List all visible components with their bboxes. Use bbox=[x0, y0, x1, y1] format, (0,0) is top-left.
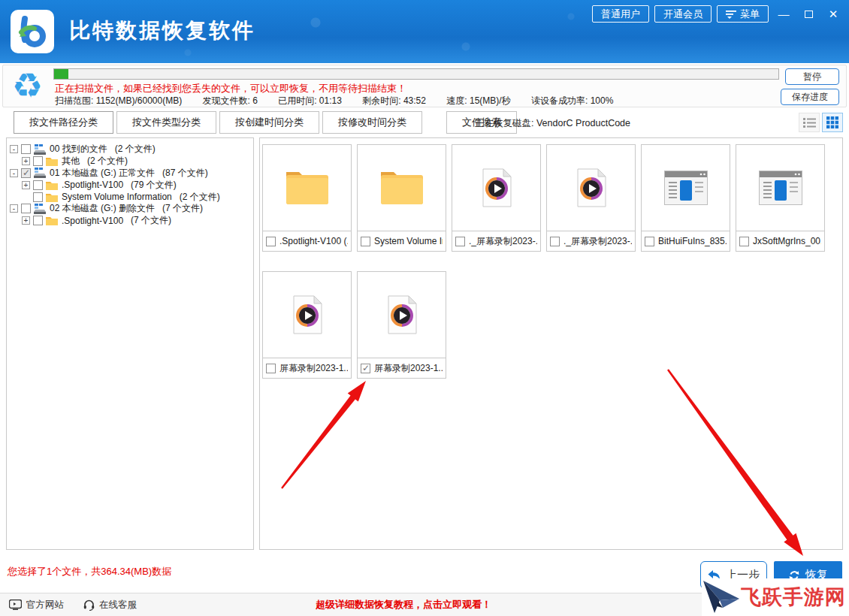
file-name: JxSoftMgrIns_00... bbox=[753, 236, 821, 246]
pause-button[interactable]: 暂停 bbox=[785, 68, 839, 85]
tree-count: (79 个文件) bbox=[131, 179, 177, 192]
tree-checkbox[interactable] bbox=[33, 192, 43, 202]
file-name: ._屏幕录制2023-... bbox=[469, 235, 537, 248]
tree-row-found-files[interactable]: - 00 找到的文件 (2 个文件) bbox=[10, 143, 250, 156]
tree-label: 02 本地磁盘 (G:) 删除文件 bbox=[50, 202, 155, 215]
classification-tabs: 按文件路径分类 按文件类型分类 按创建时间分类 按修改时间分类 文件搜索 bbox=[14, 111, 517, 134]
logo-b-icon bbox=[15, 14, 50, 49]
file-card[interactable]: ._屏幕录制2023-... bbox=[546, 144, 636, 252]
grid-view-button[interactable] bbox=[822, 113, 843, 132]
user-type-label: 普通用户 bbox=[601, 8, 640, 21]
menu-button[interactable]: 菜单 bbox=[717, 5, 769, 23]
stat-scan-range: 扫描范围: 1152(MB)/60000(MB) bbox=[55, 95, 182, 106]
expand-toggle[interactable]: + bbox=[22, 216, 30, 225]
tree-label: System Volume Information bbox=[62, 192, 172, 202]
tree-row-other[interactable]: + 其他 (2 个文件) bbox=[10, 156, 250, 168]
tree-checkbox[interactable] bbox=[33, 156, 43, 166]
folder-icon bbox=[358, 145, 446, 231]
app-window: 比特数据恢复软件 普通用户 开通会员 菜单 — ✕ ♻ bbox=[0, 0, 849, 616]
stat-remaining-time: 剩余时间: 43:52 bbox=[362, 95, 426, 106]
open-vip-button[interactable]: 开通会员 bbox=[654, 5, 712, 23]
tree-row-system-volume[interactable]: System Volume Information (2 个文件) bbox=[10, 191, 250, 203]
file-card[interactable]: System Volume In... bbox=[357, 144, 446, 252]
tree-label: 其他 bbox=[62, 155, 80, 168]
collapse-toggle[interactable]: - bbox=[10, 204, 18, 213]
official-site-label: 官方网站 bbox=[26, 599, 64, 611]
tree-count: (2 个文件) bbox=[115, 143, 156, 156]
stat-read-success-rate: 读设备成功率: 100% bbox=[531, 95, 613, 106]
official-site-link[interactable]: 官方网站 bbox=[9, 599, 64, 611]
file-checkbox[interactable] bbox=[739, 237, 749, 246]
tree-count: (7 个文件) bbox=[162, 202, 203, 215]
tab-by-file-path[interactable]: 按文件路径分类 bbox=[14, 111, 113, 134]
maximize-button[interactable] bbox=[799, 8, 818, 20]
close-button[interactable]: ✕ bbox=[823, 8, 843, 21]
file-checkbox[interactable] bbox=[266, 237, 276, 246]
stat-files-found: 发现文件数: 6 bbox=[203, 95, 258, 106]
scan-alert-text: 正在扫描文件，如果已经找到您丢失的文件，可以立即恢复，不用等待扫描结束！ bbox=[55, 82, 406, 95]
tree-row-disk-normal[interactable]: - 01 本地磁盘 (G:) 正常文件 (87 个文件) bbox=[10, 168, 250, 180]
program-file-icon bbox=[642, 145, 730, 231]
file-card[interactable]: JxSoftMgrIns_00... bbox=[736, 144, 825, 252]
save-progress-button[interactable]: 保存进度 bbox=[781, 89, 839, 105]
tree-checkbox[interactable] bbox=[21, 204, 31, 213]
file-checkbox[interactable] bbox=[266, 364, 276, 373]
folder-icon bbox=[46, 192, 58, 202]
tree-checkbox[interactable] bbox=[33, 216, 43, 225]
tree-count: (2 个文件) bbox=[87, 155, 128, 168]
tree-checkbox[interactable] bbox=[21, 144, 31, 154]
menu-label: 菜单 bbox=[740, 8, 760, 21]
collapse-toggle[interactable]: - bbox=[10, 145, 18, 153]
file-checkbox-checked[interactable] bbox=[361, 364, 370, 373]
paper-plane-icon bbox=[702, 579, 741, 615]
user-type-button[interactable]: 普通用户 bbox=[592, 5, 649, 23]
scan-stats-line: 扫描范围: 1152(MB)/60000(MB) 发现文件数: 6 已用时间: … bbox=[55, 95, 631, 107]
tree-row-disk-deleted[interactable]: - 02 本地磁盘 (G:) 删除文件 (7 个文件) bbox=[10, 203, 250, 215]
list-view-icon bbox=[803, 117, 816, 128]
stat-speed: 速度: 15(MB)/秒 bbox=[446, 95, 510, 106]
file-checkbox[interactable] bbox=[550, 237, 560, 246]
maximize-icon bbox=[805, 11, 813, 18]
program-file-icon bbox=[736, 145, 824, 231]
tab-by-create-time[interactable]: 按创建时间分类 bbox=[219, 111, 319, 134]
file-checkbox[interactable] bbox=[455, 237, 465, 246]
file-name: .Spotlight-V100 (... bbox=[279, 236, 348, 246]
grid-view-icon bbox=[826, 116, 838, 128]
online-service-link[interactable]: 在线客服 bbox=[83, 599, 137, 611]
file-card-selected[interactable]: 屏幕录制2023-1... bbox=[357, 271, 446, 379]
file-card[interactable]: .Spotlight-V100 (... bbox=[262, 144, 352, 252]
title-bar: 比特数据恢复软件 普通用户 开通会员 菜单 — ✕ bbox=[0, 0, 849, 63]
menu-lines-icon bbox=[726, 10, 736, 19]
folder-icon bbox=[46, 156, 58, 166]
minimize-button[interactable]: — bbox=[774, 8, 793, 20]
vip-label: 开通会员 bbox=[663, 8, 702, 21]
monitor-icon bbox=[9, 599, 22, 610]
tree-label: .Spotlight-V100 bbox=[62, 216, 123, 226]
app-logo bbox=[11, 10, 54, 53]
expand-toggle[interactable]: + bbox=[22, 157, 30, 165]
video-file-icon bbox=[263, 272, 351, 358]
watermark-text: 飞跃手游网 bbox=[741, 584, 846, 611]
tree-row-spotlight-normal[interactable]: + .Spotlight-V100 (79 个文件) bbox=[10, 179, 250, 191]
online-service-label: 在线客服 bbox=[99, 599, 137, 611]
tab-by-file-type[interactable]: 按文件类型分类 bbox=[116, 111, 216, 134]
collapse-toggle[interactable]: - bbox=[10, 169, 18, 177]
list-view-button[interactable] bbox=[799, 113, 820, 132]
file-card[interactable]: ._屏幕录制2023-... bbox=[452, 144, 541, 252]
expand-toggle[interactable]: + bbox=[22, 181, 30, 189]
tree-count: (2 个文件) bbox=[180, 191, 220, 204]
tree-checkbox[interactable] bbox=[33, 180, 43, 190]
file-card[interactable]: 屏幕录制2023-1... bbox=[262, 271, 352, 379]
tree-count: (7 个文件) bbox=[131, 214, 171, 227]
file-checkbox[interactable] bbox=[645, 237, 654, 246]
file-name: 屏幕录制2023-1... bbox=[279, 362, 348, 375]
file-name: System Volume In... bbox=[374, 236, 443, 246]
tree-row-spotlight-deleted[interactable]: + .Spotlight-V100 (7 个文件) bbox=[10, 215, 250, 227]
file-checkbox[interactable] bbox=[361, 237, 370, 246]
tutorial-promo-link[interactable]: 超级详细数据恢复教程，点击立即观看！ bbox=[316, 598, 491, 611]
disk-icon bbox=[34, 204, 46, 214]
file-card[interactable]: BitHuiFuIns_835.... bbox=[641, 144, 730, 252]
tab-by-modify-time[interactable]: 按修改时间分类 bbox=[322, 111, 422, 134]
app-title: 比特数据恢复软件 bbox=[69, 17, 255, 45]
tree-checkbox-partial[interactable] bbox=[21, 168, 31, 178]
